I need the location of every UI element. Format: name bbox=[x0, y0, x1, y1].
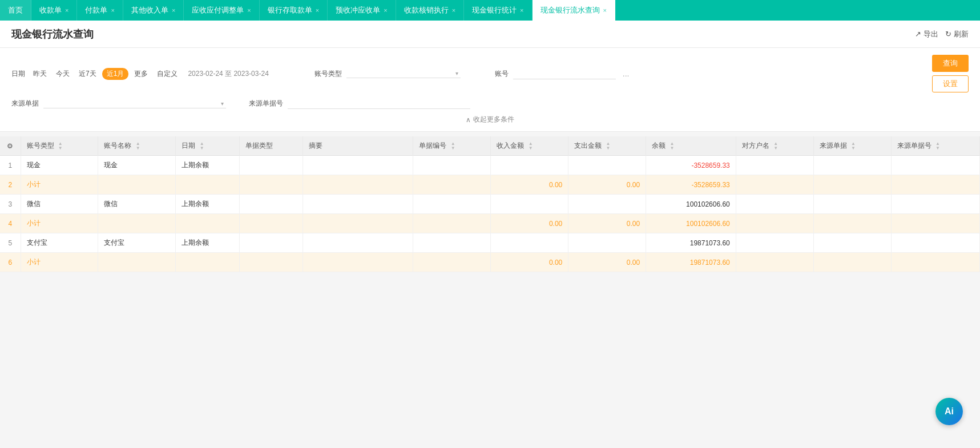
nav-item-flow[interactable]: 现金银行流水查询 × bbox=[533, 0, 615, 21]
nav-item-statistics[interactable]: 现金银行统计 × bbox=[464, 0, 532, 21]
source-doc-num-cell bbox=[891, 195, 979, 214]
date-options: 昨天 今天 近7天 近1月 更多 自定义 bbox=[30, 68, 181, 80]
date-opt-yesterday[interactable]: 昨天 bbox=[30, 68, 50, 80]
col-doc-num[interactable]: 单据编号 ▲▼ bbox=[413, 136, 491, 156]
source-doc-num-cell bbox=[891, 214, 979, 233]
export-icon: ↗ bbox=[915, 30, 921, 38]
nav-close-icon[interactable]: × bbox=[247, 7, 251, 14]
col-account-name[interactable]: 账号名称 ▲▼ bbox=[98, 136, 176, 156]
col-source-doc-num[interactable]: 来源单据号 ▲▼ bbox=[891, 136, 979, 156]
nav-item-adjustment[interactable]: 应收应付调整单 × bbox=[184, 0, 259, 21]
account-type-arrow-icon: ▾ bbox=[455, 70, 458, 76]
settings-button[interactable]: 设置 bbox=[932, 75, 969, 92]
nav-close-icon[interactable]: × bbox=[172, 7, 175, 14]
col-counterparty[interactable]: 对方户名 ▲▼ bbox=[736, 136, 813, 156]
source-doc-label: 来源单据 bbox=[11, 99, 39, 108]
doc-type-cell bbox=[239, 253, 303, 272]
summary-cell bbox=[303, 156, 413, 175]
balance-cell: 19871073.60 bbox=[646, 233, 736, 253]
nav-close-icon[interactable]: × bbox=[452, 7, 455, 14]
account-name-cell bbox=[98, 175, 176, 195]
table-body: 1 现金 现金 上期余额 -3528659.33 2 小计 0.00 0.00 … bbox=[0, 156, 980, 272]
nav-item-advance[interactable]: 预收冲应收单 × bbox=[328, 0, 396, 21]
nav-item-bank-label: 银行存取款单 bbox=[268, 5, 312, 15]
account-name-cell: 支付宝 bbox=[98, 233, 176, 253]
doc-num-cell bbox=[413, 253, 491, 272]
nav-close-active-icon[interactable]: × bbox=[603, 7, 607, 14]
date-opt-custom[interactable]: 自定义 bbox=[154, 68, 181, 80]
col-account-type[interactable]: 账号类型 ▲▼ bbox=[21, 136, 98, 156]
nav-item-receipt-label: 收款单 bbox=[39, 5, 62, 15]
source-doc-arrow-icon: ▾ bbox=[221, 100, 224, 107]
source-doc-num-cell bbox=[891, 175, 979, 195]
col-summary[interactable]: 摘要 bbox=[303, 136, 413, 156]
nav-item-other-income[interactable]: 其他收入单 × bbox=[123, 0, 184, 21]
col-expense[interactable]: 支出金额 ▲▼ bbox=[568, 136, 646, 156]
account-name-cell bbox=[98, 214, 176, 233]
collapse-up-icon: ∧ bbox=[466, 116, 471, 124]
counterparty-cell bbox=[736, 156, 813, 175]
date-opt-7days[interactable]: 近7天 bbox=[75, 68, 100, 80]
refresh-button[interactable]: ↻ 刷新 bbox=[945, 29, 969, 39]
nav-close-icon[interactable]: × bbox=[520, 7, 523, 14]
account-name-cell: 现金 bbox=[98, 156, 176, 175]
income-cell: 0.00 bbox=[491, 253, 568, 272]
nav-item-receipt[interactable]: 收款单 × bbox=[31, 0, 77, 21]
collapse-bar[interactable]: ∧ 收起更多条件 bbox=[11, 115, 969, 124]
nav-close-icon[interactable]: × bbox=[111, 7, 114, 14]
col-doc-num-label: 单据编号 bbox=[419, 142, 446, 150]
col-balance[interactable]: 余额 ▲▼ bbox=[646, 136, 736, 156]
expense-cell bbox=[568, 195, 646, 214]
balance-cell: 19871073.60 bbox=[646, 253, 736, 272]
account-filter-group: 账号 ... bbox=[495, 68, 632, 79]
account-type-select[interactable]: ▾ bbox=[346, 69, 461, 78]
col-doc-type-label: 单据类型 bbox=[245, 142, 273, 150]
page-header: 现金银行流水查询 ↗ 导出 ↻ 刷新 bbox=[0, 21, 980, 48]
date-opt-1month[interactable]: 近1月 bbox=[102, 68, 129, 80]
income-cell: 0.00 bbox=[491, 175, 568, 195]
row-num-cell: 5 bbox=[0, 233, 21, 253]
doc-type-cell bbox=[239, 156, 303, 175]
col-income[interactable]: 收入金额 ▲▼ bbox=[491, 136, 568, 156]
col-date[interactable]: 日期 ▲▼ bbox=[176, 136, 239, 156]
col-source-doc-num-label: 来源单据号 bbox=[897, 142, 931, 150]
query-button[interactable]: 查询 bbox=[932, 55, 969, 72]
source-doc-num-cell bbox=[891, 156, 979, 175]
nav-close-icon[interactable]: × bbox=[316, 7, 319, 14]
account-type-cell: 小计 bbox=[21, 175, 98, 195]
nav-item-verify-label: 收款核销执行 bbox=[404, 5, 449, 15]
source-doc-num-cell bbox=[891, 253, 979, 272]
nav-close-icon[interactable]: × bbox=[384, 7, 387, 14]
source-doc-num-input[interactable] bbox=[288, 98, 470, 109]
settings-icon[interactable]: ⚙ bbox=[7, 142, 13, 150]
account-ellipsis-icon[interactable]: ... bbox=[620, 69, 632, 78]
source-doc-cell bbox=[813, 195, 891, 214]
row-num-cell: 2 bbox=[0, 175, 21, 195]
export-button[interactable]: ↗ 导出 bbox=[915, 29, 938, 39]
nav-item-home[interactable]: 首页 bbox=[0, 0, 31, 21]
table-header-row: ⚙ 账号类型 ▲▼ 账号名称 ▲▼ 日期 ▲▼ 单据类型 摘 bbox=[0, 136, 980, 156]
account-name-cell bbox=[98, 253, 176, 272]
nav-item-advance-label: 预收冲应收单 bbox=[336, 5, 380, 15]
col-settings[interactable]: ⚙ bbox=[0, 136, 21, 156]
nav-item-bank[interactable]: 银行存取款单 × bbox=[260, 0, 328, 21]
doc-num-cell bbox=[413, 175, 491, 195]
date-cell bbox=[176, 214, 239, 233]
row-num-cell: 3 bbox=[0, 195, 21, 214]
col-source-doc-label: 来源单据 bbox=[820, 142, 847, 150]
sort-icon-counterparty: ▲▼ bbox=[773, 142, 778, 151]
date-opt-today[interactable]: 今天 bbox=[53, 68, 73, 80]
account-input[interactable] bbox=[513, 68, 616, 79]
date-opt-more[interactable]: 更多 bbox=[131, 68, 151, 80]
nav-item-statistics-label: 现金银行统计 bbox=[472, 5, 517, 15]
nav-close-icon[interactable]: × bbox=[65, 7, 68, 14]
col-source-doc[interactable]: 来源单据 ▲▼ bbox=[813, 136, 891, 156]
sort-icon-balance: ▲▼ bbox=[670, 142, 674, 151]
col-doc-type[interactable]: 单据类型 bbox=[239, 136, 303, 156]
nav-item-payment-label: 付款单 bbox=[85, 5, 107, 15]
source-doc-select[interactable]: ▾ bbox=[43, 99, 226, 108]
filter-row-1: 日期 昨天 今天 近7天 近1月 更多 自定义 2023-02-24 至 202… bbox=[11, 55, 969, 92]
nav-item-other-income-label: 其他收入单 bbox=[131, 5, 168, 15]
nav-item-payment[interactable]: 付款单 × bbox=[77, 0, 123, 21]
nav-item-verify[interactable]: 收款核销执行 × bbox=[396, 0, 464, 21]
